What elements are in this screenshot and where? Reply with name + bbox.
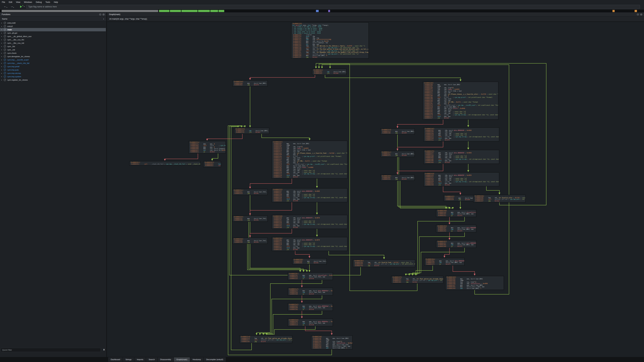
panel-close-icon[interactable] (102, 13, 105, 15)
expand-icon[interactable]: ▸ (1, 72, 4, 74)
tab-graph-main-[interactable]: Graph(main) (174, 357, 190, 362)
graph-block-0x000015fe[interactable]: [0x000015fe] 0x000015fe mov eax, 0 0x000… (188, 141, 226, 153)
graph-block-0x0000143b[interactable]: [0x0000143b] 0x0000143b lea rdi, str.Inv… (473, 195, 526, 202)
graph-block-0x00001548[interactable]: [0x00001548] 0x00001548 mov rdx, qword d… (272, 215, 348, 229)
graph-block-0x000015b2[interactable]: [0x000015b2] 0x000015b2 mov eax, dword d… (288, 303, 333, 311)
expand-icon[interactable]: ▸ (1, 49, 4, 51)
expand-icon[interactable]: ▸ (1, 52, 4, 54)
expand-icon[interactable]: ▸ (1, 22, 4, 24)
function-row-sym._init[interactable]: ▸ƒsym._init (0, 48, 106, 51)
panel-options-icon[interactable] (637, 13, 639, 15)
function-row-sym.imp.__isoc99_scanf[interactable]: ▸ƒsym.imp.__isoc99_scanf (0, 58, 106, 61)
graph-block-0x0000145f[interactable]: [0x0000145f] 0x0000145f mov eax, dword d… (436, 240, 476, 248)
graph-block-0x0000153f[interactable]: [0x0000153f] 0x0000153f mov dword [var_7… (232, 216, 268, 222)
function-row-entry0[interactable]: ▸ƒentry0 (0, 25, 106, 28)
graph-block-0x000013f5[interactable]: [0x000013f5] 0x000013f5 mov rdx, qword d… (424, 150, 499, 164)
forward-button[interactable]: →▾ (10, 5, 14, 8)
graph-block-0x00001319[interactable]: [0x00001319]int main(int argc, char **ar… (291, 22, 369, 59)
graph-block-0x000014b7[interactable]: [0x000014b7] 0x000014b7 mov eax, dword [… (272, 141, 348, 179)
function-row-sym.imp.strcmp[interactable]: ▸ƒsym.imp.strcmp (0, 71, 106, 75)
quick-filter-input[interactable] (1, 348, 101, 352)
functions-column-header[interactable]: Name ▲ (0, 16, 106, 21)
graph-block-0x0000151c[interactable]: [0x0000151c] 0x0000151c mov dword [var_7… (232, 189, 268, 195)
expand-icon[interactable]: ▸ (1, 25, 4, 27)
tab-decompiler-entry0-[interactable]: Decompiler (entry0) (204, 357, 226, 362)
expand-icon[interactable]: ▸ (1, 45, 4, 47)
graph-block-0x00001432[interactable]: [0x00001432] 0x00001432 mov dword [var_8… (444, 195, 477, 201)
expand-icon[interactable]: ▸ (1, 59, 4, 61)
tab-dashboard[interactable]: Dashboard (108, 357, 122, 362)
graph-block-0x000013d2[interactable]: [0x000013d2] 0x000013d2 mov rdx, qword d… (424, 127, 499, 141)
menu-item-file[interactable]: File (0, 0, 7, 4)
graph-block-0x00001364[interactable]: [0x00001364] 0x00001364 mov eax, dword [… (422, 82, 498, 120)
graph-block-0x0000158e[interactable]: [0x0000158e] 0x0000158e lea rdi, str.Inv… (353, 259, 415, 267)
debug-start-icon[interactable] (20, 5, 22, 8)
expand-icon[interactable]: ▸ (1, 66, 4, 67)
expand-icon[interactable]: ▸ (1, 56, 4, 57)
graph-block-0x00001525[interactable]: [0x00001525] 0x00001525 mov rdx, qword d… (272, 188, 348, 202)
menu-item-tools[interactable]: Tools (44, 0, 52, 4)
function-row-entry.init0[interactable]: ▸ƒentry.init0 (0, 21, 106, 25)
graph-block-0x00001585[interactable]: [0x00001585] 0x00001585 mov dword [var_7… (292, 258, 327, 265)
function-row-sym.imp.system[interactable]: ▸ƒsym.imp.system (0, 75, 106, 78)
graph-block-0x000015c8[interactable]: [0x000015c8] 0x000015c8 lea rdi, str.Tha… (240, 335, 292, 343)
tab-strings[interactable]: Strings (123, 357, 134, 362)
tab-search[interactable]: Search (146, 357, 157, 362)
graph-block-0x0000161c[interactable]: [0x0000161c] 0x0000161c call __stack_chk… (129, 161, 200, 166)
debug-dropdown-icon[interactable]: ▾ (24, 6, 25, 7)
graph-block-0x000015f4[interactable]: [0x000015f4] 0x000015f4 cmp dword [var_8… (234, 128, 269, 134)
graph-block-0x000015d6[interactable]: [0x000015d6] 0x000015d6 mov eax, dword [… (311, 335, 352, 350)
graph-block-0x0000140f[interactable]: [0x0000140f] 0x0000140f mov dword [var_8… (380, 175, 415, 181)
menu-item-view[interactable]: View (14, 0, 22, 4)
graph-block-0x0000156b[interactable]: [0x0000156b] 0x0000156b mov rdx, qword d… (272, 237, 348, 251)
expand-icon[interactable]: ▸ (1, 62, 4, 64)
function-row-sym..plt.got[interactable]: ▸ƒsym..plt.got (0, 31, 106, 35)
function-row-sym.__libc_csu_fini[interactable]: ▸ƒsym.__libc_csu_fini (0, 38, 106, 41)
graph-canvas[interactable]: [0x00001319]int main(int argc, char **ar… (107, 22, 644, 357)
expand-icon[interactable]: ▸ (1, 69, 4, 71)
function-row-sym.__do_global_dtors_aux[interactable]: ▸ƒsym.__do_global_dtors_aux (0, 35, 106, 38)
graph-block-0x000015a7[interactable]: [0x000015a7] 0x000015a7 mov eax, dword d… (288, 288, 333, 296)
graph-block-0x0000146a[interactable]: [0x0000146a] 0x0000146a mov eax, dword d… (424, 258, 464, 266)
tab-imports[interactable]: Imports (134, 357, 146, 362)
expand-icon[interactable]: ▸ (1, 76, 4, 77)
graph-block-0x00001475[interactable]: [0x00001475] 0x00001475 lea rdi, str.Tha… (391, 276, 444, 284)
forward-dropdown-icon[interactable]: ▾ (13, 7, 14, 8)
function-row-sym.__libc_csu_init[interactable]: ▸ƒsym.__libc_csu_init (0, 41, 106, 45)
function-row-sym.imp.__stack_chk_fail[interactable]: ▸ƒsym.imp.__stack_chk_fail (0, 61, 106, 65)
menu-item-windows[interactable]: Windows (22, 0, 34, 4)
panel-close-icon[interactable] (640, 13, 642, 15)
function-row-sym.imp.printf[interactable]: ▸ƒsym.imp.printf (0, 65, 106, 68)
menu-item-help[interactable]: Help (52, 0, 60, 4)
quick-filter-clear-button[interactable]: X (103, 349, 105, 351)
back-dropdown-icon[interactable]: ▾ (6, 7, 7, 8)
expand-icon[interactable]: ▸ (1, 79, 4, 81)
tab-disassembly[interactable]: Disassembly (158, 357, 174, 362)
graph-block-0x00001418[interactable]: [0x00001418] 0x00001418 mov rdx, qword d… (424, 172, 499, 186)
graph-block-0x00001562[interactable]: [0x00001562] 0x00001562 mov dword [var_7… (232, 238, 268, 244)
seek-input[interactable] (26, 5, 640, 8)
graph-block-0x000013ec[interactable]: [0x000013ec] 0x000013ec mov dword [var_8… (380, 151, 415, 157)
graph-block-0x00001483[interactable]: [0x00001483] 0x00001483 mov eax, dword [… (445, 276, 504, 290)
graph-block-0x000013c9[interactable]: [0x000013c9] 0x000013c9 mov dword [var_8… (380, 128, 415, 135)
expand-icon[interactable]: ▸ (1, 39, 4, 40)
back-button[interactable]: ←▾ (4, 5, 7, 8)
function-row-sym.imp.puts[interactable]: ▸ƒsym.imp.puts (0, 68, 106, 71)
function-row-sym.check[interactable]: ▸ƒsym.check (0, 51, 106, 55)
expand-icon[interactable]: ▸ (1, 35, 4, 37)
expand-icon[interactable]: ▸ (1, 32, 4, 34)
graph-block-0x0000159c[interactable]: [0x0000159c] 0x0000159c mov eax, dword c… (288, 272, 333, 280)
function-row-sym.deregister_tm_clones[interactable]: ▸ƒsym.deregister_tm_clones (0, 55, 106, 58)
function-row-sym.register_tm_clones[interactable]: ▸ƒsym.register_tm_clones (0, 78, 106, 82)
graph-block-0x000014ab[interactable]: [0x000014ab] 0x000014ab mov dword [var_8… (232, 80, 268, 86)
tab-hexdump[interactable]: Hexdump (190, 357, 204, 362)
graph-block-0x000015bd[interactable]: [0x000015bd] 0x000015bd mov eax, dword d… (288, 319, 333, 326)
memory-map-strip[interactable] (0, 10, 644, 12)
graph-block-0x00001449[interactable]: [0x00001449] 0x00001449 mov eax, dword c… (436, 209, 476, 217)
graph-block-0x000014a1[interactable]: [0x000014a1] 0x000014a1 cmp dword [var_8… (312, 69, 346, 75)
menu-item-edit[interactable]: Edit (7, 0, 14, 4)
panel-options-icon[interactable] (99, 13, 101, 15)
graph-block-0x00001621[interactable]: [0x00001621] 0x00001621 leave 0x00001622… (203, 161, 221, 167)
expand-icon[interactable]: ▸ (1, 29, 4, 30)
function-row-main[interactable]: ▸ƒmain (0, 28, 106, 31)
